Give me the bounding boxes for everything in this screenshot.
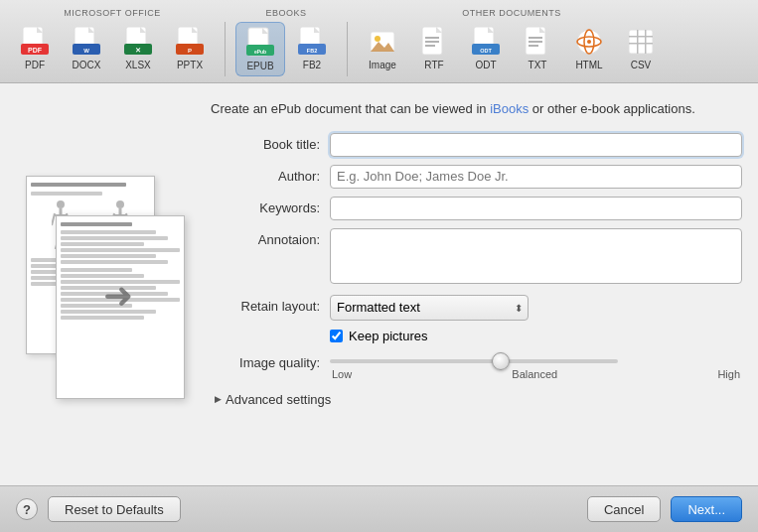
svg-point-44 [587, 40, 591, 44]
docx-label: DOCX [73, 60, 101, 70]
svg-rect-45 [629, 30, 653, 54]
cancel-button[interactable]: Cancel [587, 496, 661, 522]
svg-point-50 [57, 200, 65, 208]
book-title-input[interactable] [330, 133, 742, 157]
advanced-settings-label: Advanced settings [226, 392, 331, 407]
epub-icon: ePub [244, 27, 276, 59]
svg-text:✕: ✕ [135, 47, 141, 54]
svg-point-25 [375, 36, 380, 42]
svg-text:W: W [83, 48, 89, 54]
main-window: MICROSOFT OFFICE PDF PDF [0, 0, 758, 532]
rtf-label: RTF [424, 60, 443, 70]
txt-label: TXT [529, 60, 547, 70]
image-quality-row: Image quality: Low Balanced High [211, 351, 742, 380]
image-quality-control: Low Balanced High [330, 351, 742, 380]
author-label: Author: [211, 165, 330, 184]
help-button[interactable]: ? [16, 498, 38, 520]
preview-pane: ➜ [16, 99, 195, 469]
slider-wrapper [330, 351, 618, 366]
fb2-label: FB2 [303, 60, 321, 70]
other-docs-label: OTHER DOCUMENTS [462, 8, 561, 18]
retain-layout-select[interactable]: Formatted textPlain textNone [330, 295, 529, 321]
book-title-label: Book title: [211, 133, 330, 152]
other-docs-icons: Image RTF [358, 22, 666, 74]
svg-point-57 [116, 200, 124, 208]
rtf-icon [418, 26, 450, 58]
image-quality-slider[interactable] [330, 359, 618, 363]
tool-csv[interactable]: CSV [616, 22, 666, 74]
annotation-row: Annotaion: [211, 228, 742, 287]
pdf-label: PDF [25, 60, 45, 70]
form-area: Create an ePub document that can be view… [211, 99, 742, 469]
bottom-right: Cancel Next... [587, 496, 742, 522]
separator-1 [225, 22, 226, 76]
keep-pictures-checkbox[interactable] [330, 330, 343, 342]
author-input[interactable] [330, 165, 742, 189]
tool-xlsx[interactable]: ✕ XLSX [113, 22, 163, 74]
image-quality-label: Image quality: [211, 351, 330, 370]
ebooks-icons: ePub EPUB FB2 [235, 22, 337, 76]
conversion-arrow: ➜ [103, 275, 133, 317]
toolbar-group-ms-office: MICROSOFT OFFICE PDF PDF [10, 8, 215, 74]
toolbar-group-ebooks: EBOOKS ePub EPUB [235, 8, 337, 76]
ebooks-label: EBOOKS [265, 8, 306, 18]
advanced-triangle-icon: ▶ [215, 394, 222, 404]
svg-rect-48 [637, 30, 639, 54]
tool-rtf[interactable]: RTF [409, 22, 459, 74]
author-row: Author: [211, 165, 742, 189]
xlsx-label: XLSX [125, 60, 151, 70]
xlsx-icon: ✕ [122, 26, 154, 58]
pptx-label: PPTX [177, 60, 203, 70]
description-text: Create an ePub document that can be view… [211, 99, 742, 119]
tool-epub[interactable]: ePub EPUB [235, 22, 285, 76]
html-icon [573, 26, 605, 58]
odt-icon: ODT [470, 26, 502, 58]
preview-pages: ➜ [26, 176, 185, 394]
svg-rect-47 [629, 43, 653, 45]
retain-layout-label: Retain layout: [211, 295, 330, 314]
keywords-row: Keywords: [211, 197, 742, 220]
retain-layout-control: Formatted textPlain textNone [330, 295, 742, 321]
image-label: Image [369, 60, 396, 70]
retain-layout-row: Retain layout: Formatted textPlain textN… [211, 295, 742, 321]
advanced-settings-row[interactable]: ▶ Advanced settings [215, 392, 742, 407]
tool-pdf[interactable]: PDF PDF [10, 22, 60, 74]
book-title-row: Book title: [211, 133, 742, 157]
toolbar: MICROSOFT OFFICE PDF PDF [0, 0, 758, 83]
docx-icon: W [71, 26, 102, 58]
odt-label: ODT [475, 60, 496, 70]
txt-icon [522, 26, 553, 58]
svg-text:P: P [188, 48, 192, 54]
ms-office-label: MICROSOFT OFFICE [64, 8, 160, 18]
pdf-icon: PDF [19, 26, 51, 58]
annotation-textarea[interactable] [330, 228, 742, 284]
tool-image[interactable]: Image [358, 22, 407, 74]
bottom-left: ? Reset to Defaults [16, 496, 181, 522]
tool-pptx[interactable]: P PPTX [165, 22, 215, 74]
keywords-input[interactable] [330, 197, 742, 220]
ms-office-icons: PDF PDF W [10, 22, 215, 74]
annotation-label: Annotaion: [211, 228, 330, 247]
tool-txt[interactable]: TXT [513, 22, 562, 74]
next-button[interactable]: Next... [671, 496, 742, 522]
image-icon [367, 26, 398, 58]
bottom-bar: ? Reset to Defaults Cancel Next... [0, 485, 758, 532]
tool-odt[interactable]: ODT ODT [461, 22, 511, 74]
svg-rect-49 [645, 30, 647, 54]
separator-2 [347, 22, 348, 76]
epub-label: EPUB [246, 61, 273, 71]
keep-pictures-label[interactable]: Keep pictures [349, 329, 428, 343]
keep-pictures-row: Keep pictures [330, 329, 742, 343]
tool-html[interactable]: HTML [564, 22, 614, 74]
toolbar-group-other: OTHER DOCUMENTS Image [358, 8, 666, 74]
ibooks-link[interactable]: iBooks [490, 101, 529, 116]
toolbar-sections: MICROSOFT OFFICE PDF PDF [10, 8, 748, 76]
keywords-label: Keywords: [211, 197, 330, 215]
fb2-icon: FB2 [296, 26, 328, 58]
svg-text:ePub: ePub [254, 49, 266, 55]
keywords-control [330, 197, 742, 220]
retain-layout-select-wrapper: Formatted textPlain textNone [330, 295, 529, 321]
reset-defaults-button[interactable]: Reset to Defaults [48, 496, 181, 522]
tool-fb2[interactable]: FB2 FB2 [287, 22, 337, 76]
tool-docx[interactable]: W DOCX [62, 22, 111, 74]
